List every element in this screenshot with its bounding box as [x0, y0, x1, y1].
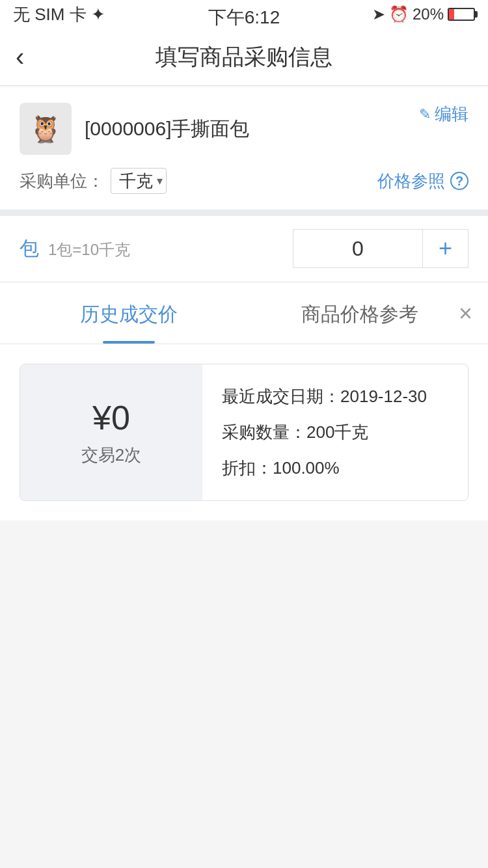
history-right-panel: 最近成交日期：2019-12-30 采购数量：200千克 折扣：100.00% [202, 364, 468, 500]
history-detail-date: 最近成交日期：2019-12-30 [222, 384, 448, 409]
edit-icon: ✎ [419, 106, 431, 123]
page-title: 填写商品采购信息 [156, 42, 332, 72]
qty-plus-button[interactable]: + [423, 229, 468, 268]
status-signal: 无 SIM 卡 ✦ [13, 3, 105, 26]
tab-header: 历史成交价 商品价格参考 × [0, 283, 488, 344]
history-content: ¥0 交易2次 最近成交日期：2019-12-30 采购数量：200千克 折扣：… [0, 344, 488, 521]
history-detail-qty: 采购数量：200千克 [222, 420, 448, 445]
qty-label-group: 包 1包=10千克 [20, 236, 130, 262]
status-bar: 无 SIM 卡 ✦ 下午6:12 ➤ ⏰ 20% [0, 0, 488, 29]
section-divider [0, 210, 488, 216]
battery-fill [449, 9, 454, 20]
quantity-row: 包 1包=10千克 0 + [0, 216, 488, 282]
product-footer: 采购单位： 千克 价格参照 ? [20, 168, 468, 194]
status-time: 下午6:12 [208, 5, 280, 30]
qty-control: 0 + [293, 229, 468, 268]
tab-product-price-ref[interactable]: 商品价格参考 [244, 283, 475, 344]
help-icon: ? [450, 172, 468, 190]
history-trades: 交易2次 [81, 444, 141, 467]
history-card: ¥0 交易2次 最近成交日期：2019-12-30 采购数量：200千克 折扣：… [20, 364, 468, 501]
status-alarm-icon: ⏰ [389, 5, 409, 23]
product-owl-icon: 🦉 [29, 114, 62, 144]
status-right-group: ➤ ⏰ 20% [372, 5, 475, 23]
unit-select[interactable]: 千克 [111, 168, 167, 194]
qty-equiv: 1包=10千克 [48, 239, 130, 260]
product-left: 🦉 [0000006]手撕面包 [20, 103, 249, 155]
price-ref-label: 价格参照 [377, 170, 445, 193]
history-detail-discount: 折扣：100.00% [222, 455, 448, 481]
status-battery-text: 20% [413, 5, 444, 23]
tab-close-button[interactable]: × [459, 300, 472, 327]
back-button[interactable]: ‹ [16, 42, 24, 72]
qty-input[interactable]: 0 [293, 229, 423, 268]
qty-unit: 包 [20, 236, 39, 262]
status-location-icon: ➤ [372, 5, 385, 23]
nav-bar: ‹ 填写商品采购信息 [0, 29, 488, 86]
edit-label: 编辑 [435, 103, 468, 126]
battery-icon [448, 8, 475, 21]
history-left-panel: ¥0 交易2次 [20, 364, 202, 500]
product-card: 🦉 [0000006]手撕面包 ✎ 编辑 采购单位： 千克 价格参照 ? [0, 87, 488, 210]
product-thumbnail: 🦉 [20, 103, 72, 155]
unit-row: 采购单位： 千克 [20, 168, 167, 194]
product-name: [0000006]手撕面包 [85, 116, 249, 142]
unit-select-wrapper: 千克 [111, 168, 167, 194]
tab-history-price[interactable]: 历史成交价 [13, 283, 244, 344]
edit-button[interactable]: ✎ 编辑 [419, 103, 468, 126]
tab-panel: 历史成交价 商品价格参考 × ¥0 交易2次 最近成交日期：2019-12-30… [0, 283, 488, 521]
price-ref-button[interactable]: 价格参照 ? [377, 170, 468, 193]
history-price: ¥0 [92, 398, 130, 437]
product-header: 🦉 [0000006]手撕面包 ✎ 编辑 [20, 103, 468, 155]
unit-label: 采购单位： [20, 170, 104, 193]
